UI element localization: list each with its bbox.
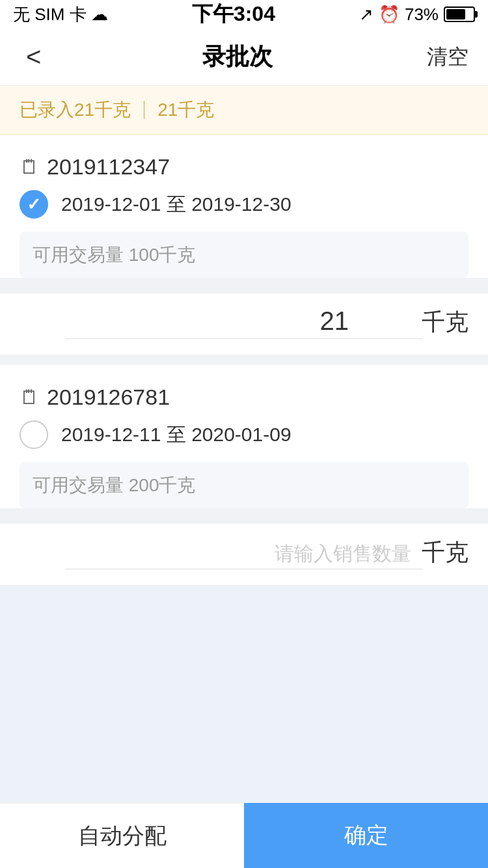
batch-header-1: 🗒 2019112347 — [20, 154, 468, 180]
status-bar: 无 SIM 卡 ☁ 下午3:04 ↗ ⏰ 73% — [0, 0, 488, 29]
batch-item-1: 🗒 2019112347 2019-12-01 至 2019-12-30 可用交… — [0, 135, 488, 278]
batch-id-1: 2019112347 — [47, 154, 170, 180]
available-qty-box-1: 可用交易量 100千克 — [20, 232, 468, 278]
batch-header-2: 🗒 2019126781 — [20, 385, 468, 410]
confirm-button[interactable]: 确定 — [244, 803, 488, 868]
batch-date-2: 2019-12-11 至 2020-01-09 — [61, 422, 291, 448]
batch-item-2: 🗒 2019126781 2019-12-11 至 2020-01-09 可用交… — [0, 365, 488, 508]
status-time: 下午3:04 — [192, 0, 275, 29]
summary-value: 21千克 — [157, 98, 214, 122]
unit-label-2: 千克 — [422, 537, 468, 569]
input-value-row-1: 21 千克 — [0, 293, 488, 338]
battery-percent: 73% — [405, 5, 439, 25]
clear-button[interactable]: 清空 — [427, 43, 468, 72]
unit-label-1: 千克 — [422, 306, 468, 338]
qty-placeholder-2: 请输入销售数量 — [275, 541, 411, 567]
batch-date-row-1: 2019-12-01 至 2019-12-30 — [20, 190, 468, 219]
summary-bar: 已录入21千克 21千克 — [0, 86, 488, 135]
batch-list: 🗒 2019112347 2019-12-01 至 2019-12-30 可用交… — [0, 135, 488, 585]
battery-icon — [444, 7, 475, 22]
batch-date-1: 2019-12-01 至 2019-12-30 — [61, 191, 291, 218]
no-sim-label: 无 SIM 卡 ☁ — [13, 3, 108, 26]
summary-recorded-label: 已录入21千克 — [20, 98, 131, 122]
available-qty-text-1: 可用交易量 100千克 — [33, 245, 196, 265]
radio-select-2[interactable] — [20, 420, 48, 449]
underline-2 — [0, 569, 488, 585]
status-left: 无 SIM 卡 ☁ — [13, 3, 108, 26]
page-title: 录批次 — [202, 41, 273, 73]
doc-icon-1: 🗒 — [20, 156, 39, 178]
radio-select-1[interactable] — [20, 190, 48, 219]
status-right: ↗ ⏰ 73% — [359, 5, 475, 25]
available-qty-box-2: 可用交易量 200千克 — [20, 462, 468, 508]
summary-divider — [144, 101, 144, 119]
underline-1 — [0, 338, 488, 355]
qty-value-1: 21 — [320, 306, 349, 336]
available-qty-text-2: 可用交易量 200千克 — [33, 475, 196, 495]
bottom-bar: 自动分配 确定 — [0, 803, 488, 868]
location-icon: ↗ — [359, 5, 373, 25]
alarm-icon: ⏰ — [379, 5, 400, 25]
batch-id-2: 2019126781 — [47, 385, 170, 410]
doc-icon-2: 🗒 — [20, 387, 39, 409]
nav-bar: < 录批次 清空 — [0, 29, 488, 86]
auto-distribute-button[interactable]: 自动分配 — [0, 803, 244, 868]
input-value-row-2[interactable]: 请输入销售数量 千克 — [0, 524, 488, 569]
batch-date-row-2: 2019-12-11 至 2020-01-09 — [20, 420, 468, 449]
back-button[interactable]: < — [20, 36, 47, 78]
item-divider — [0, 355, 488, 365]
